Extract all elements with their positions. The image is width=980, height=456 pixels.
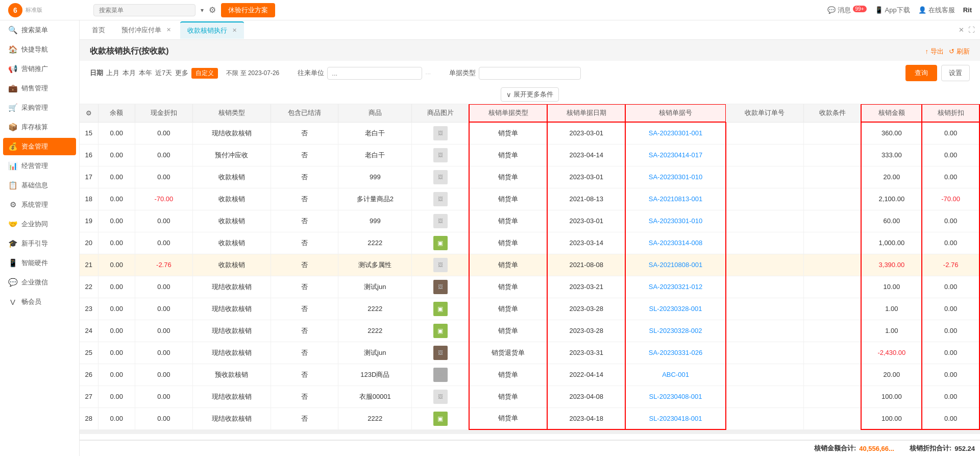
sidebar-item-system[interactable]: ⚙ 系统管理 <box>0 195 79 214</box>
doc-no-link[interactable]: SA-20230301-010 <box>649 173 703 181</box>
sidebar-item-guide[interactable]: 🎓 新手引导 <box>0 234 79 253</box>
sidebar-item-search[interactable]: 🔍 搜索菜单 <box>0 20 79 40</box>
online-service-btn[interactable]: 👤 在线客服 <box>918 6 955 15</box>
tab-close-writeoff[interactable]: ✕ <box>232 27 237 34</box>
export-button[interactable]: ↑ 导出 <box>925 47 944 56</box>
user-name[interactable]: Rit <box>963 6 972 14</box>
tab-home[interactable]: 首页 <box>85 21 112 39</box>
tab-close-prepay[interactable]: ✕ <box>166 27 171 33</box>
doc-no-link[interactable]: SA-20230321-012 <box>649 283 703 291</box>
this-year-btn[interactable]: 本年 <box>139 68 152 78</box>
scrollbar[interactable] <box>80 430 980 434</box>
cell-no: 22 <box>80 276 98 298</box>
sidebar-item-basic-info[interactable]: 📋 基础信息 <box>0 176 79 195</box>
this-month-btn[interactable]: 本月 <box>122 68 136 78</box>
sidebar-item-corp[interactable]: 🤝 企业协同 <box>0 214 79 234</box>
sidebar-item-hardware[interactable]: 📱 智能硬件 <box>0 253 79 273</box>
cell-balance: 0.00 <box>98 364 135 386</box>
maximize-icon[interactable]: ⛶ <box>968 26 975 34</box>
cell-cash-discount: 0.00 <box>135 232 193 254</box>
doc-no-link[interactable]: SL-20230328-002 <box>649 327 702 334</box>
last7-btn[interactable]: 近7天 <box>155 68 172 78</box>
doc-no-link[interactable]: SA-20230314-008 <box>649 239 703 247</box>
th-settings[interactable]: ⚙ <box>80 104 98 122</box>
expand-button[interactable]: ∨ 展开更多条件 <box>501 87 559 102</box>
sidebar-item-wechat[interactable]: 💬 企业微信 <box>0 273 79 292</box>
more-date-btn[interactable]: 更多 <box>175 68 188 78</box>
cell-balance: 0.00 <box>98 210 135 232</box>
query-button[interactable]: 查询 <box>905 65 937 81</box>
member-icon: V <box>8 298 17 306</box>
doc-no-link[interactable]: SA-20210813-001 <box>649 195 703 203</box>
cell-goods-img: 🖼 <box>412 386 470 407</box>
cell-doc-date: 2023-04-14 <box>547 144 625 166</box>
cell-discount: -70.00 <box>922 188 979 210</box>
cell-doc-type: 销货单 <box>469 254 547 276</box>
cell-cash-discount: 0.00 <box>135 276 193 298</box>
cell-cash-discount: 0.00 <box>135 407 193 429</box>
cell-discount: 0.00 <box>922 144 979 166</box>
sidebar-item-purchase[interactable]: 🛒 采购管理 <box>0 98 79 117</box>
doc-no-link[interactable]: SL-20230418-001 <box>649 415 702 422</box>
product-img: 🖼 <box>433 258 448 272</box>
cell-doc-date: 2023-03-01 <box>547 166 625 188</box>
date-range-display: 不限 至 2023-07-26 <box>226 69 279 78</box>
last-month-btn[interactable]: 上月 <box>106 68 119 78</box>
cell-discount: 0.00 <box>922 166 979 188</box>
message-btn[interactable]: 💬 消息 99+ <box>827 6 867 15</box>
sidebar-item-member[interactable]: V 畅会员 <box>0 292 79 311</box>
tab-prepay[interactable]: 预付冲应付单 ✕ <box>114 21 178 39</box>
setting-button[interactable]: 设置 <box>941 65 970 81</box>
top-right: 💬 消息 99+ 📱 App下载 👤 在线客服 Rit <box>827 6 972 15</box>
doc-no-link[interactable]: ABC-001 <box>662 371 689 378</box>
sidebar-item-operations[interactable]: 📊 经营管理 <box>0 156 79 176</box>
cell-doc-type: 销货单 <box>469 320 547 342</box>
app-download-btn[interactable]: 📱 App下载 <box>875 6 910 15</box>
cell-no: 21 <box>80 254 98 276</box>
search-input[interactable] <box>93 4 195 16</box>
cell-balance: 0.00 <box>98 386 135 407</box>
cell-cash-discount: 0.00 <box>135 166 193 188</box>
cell-order-no <box>726 298 804 320</box>
cell-doc-date: 2023-03-31 <box>547 342 625 364</box>
doc-no-link[interactable]: SA-20230301-001 <box>649 129 703 137</box>
cell-doc-type: 销货单 <box>469 407 547 429</box>
cell-doc-type: 销货单 <box>469 298 547 320</box>
gear-icon[interactable]: ⚙ <box>209 5 216 15</box>
sales-icon: 💼 <box>8 84 17 93</box>
cell-condition <box>804 254 862 276</box>
cell-goods-img: ▣ <box>412 407 470 429</box>
cell-no: 28 <box>80 407 98 429</box>
close-window-icon[interactable]: ✕ <box>959 26 964 34</box>
doc-no-link[interactable]: SL-20230328-001 <box>649 305 702 313</box>
cell-type: 收款核销 <box>192 254 271 276</box>
doc-no-link[interactable]: SL-20230408-001 <box>649 393 702 400</box>
date-filter: 日期 上月 本月 本年 近7天 更多 自定义 <box>90 68 218 79</box>
industry-button[interactable]: 休验行业方案 <box>221 3 275 17</box>
tab-writeoff[interactable]: 收款核销执行 ✕ <box>180 21 244 39</box>
sidebar-item-marketing[interactable]: 📢 营销推广 <box>0 59 79 79</box>
table-container: ⚙ 余额 现金折扣 核销类型 包含已结清 商品 商品图片 核销单据类型 核销单据… <box>80 104 980 440</box>
type-select[interactable] <box>479 67 581 80</box>
sidebar-item-inventory[interactable]: 📦 库存核算 <box>0 117 79 137</box>
doc-no-link[interactable]: SA-20230331-026 <box>649 349 703 356</box>
sidebar-item-sales[interactable]: 💼 销售管理 <box>0 79 79 98</box>
cell-discount: 0.00 <box>922 342 979 364</box>
source-input[interactable] <box>327 67 422 80</box>
cell-cash-discount: 0.00 <box>135 320 193 342</box>
refresh-button[interactable]: ↺ 刷新 <box>949 47 970 56</box>
type-filter: 单据类型 <box>449 67 581 80</box>
th-doc-date: 核销单据日期 <box>547 104 625 122</box>
dropdown-btn[interactable]: ▾ <box>201 7 204 14</box>
sidebar-item-nav[interactable]: 🏠 快捷导航 <box>0 40 79 59</box>
source-label: 往来单位 <box>298 68 324 78</box>
doc-no-link[interactable]: SA-20230301-010 <box>649 217 703 225</box>
doc-no-link[interactable]: SA-20210808-001 <box>649 261 703 269</box>
custom-date-btn[interactable]: 自定义 <box>191 68 218 79</box>
cell-no: 16 <box>80 144 98 166</box>
doc-no-link[interactable]: SA-20230414-017 <box>649 151 703 159</box>
cell-condition <box>804 122 862 144</box>
cell-amount: 100.00 <box>861 407 922 429</box>
sidebar-item-finance[interactable]: 💰 资金管理 <box>3 138 76 155</box>
product-img: ▣ <box>433 412 448 426</box>
